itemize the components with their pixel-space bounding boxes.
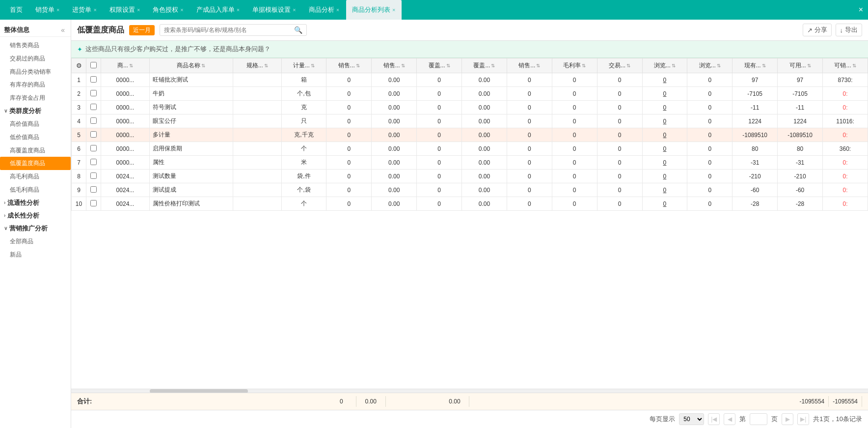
sidebar-section-growth[interactable]: › 成长性分析 (0, 209, 71, 222)
col-sales-amount[interactable]: 销售...⇅ (372, 58, 417, 73)
nav-purchase-order[interactable]: 进货单 × (66, 0, 102, 20)
sidebar-item-category-rate[interactable]: 商品分类动销率 (0, 65, 71, 79)
sidebar-section-liquidity[interactable]: › 流通性分析 (0, 197, 71, 209)
cell-checkbox[interactable] (86, 128, 101, 142)
cell-browse1[interactable]: 0 (642, 197, 687, 211)
settings-icon[interactable]: ⚙ (76, 62, 82, 69)
cell-checkbox[interactable] (86, 142, 101, 156)
col-browse1[interactable]: 浏览...⇅ (642, 58, 687, 73)
cell-checkbox[interactable] (86, 101, 101, 114)
scrollbar-thumb[interactable] (150, 389, 248, 393)
cell-checkbox[interactable] (86, 156, 101, 170)
cell-browse1[interactable]: 0 (642, 114, 687, 128)
cell-browse1[interactable]: 0 (642, 156, 687, 170)
col-cover1[interactable]: 覆盖...⇅ (417, 58, 462, 73)
row-checkbox[interactable] (90, 76, 97, 83)
nav-sales-order-close[interactable]: × (56, 7, 59, 13)
cell-checkbox[interactable] (86, 183, 101, 197)
cell-browse1[interactable]: 0 (642, 101, 687, 114)
sidebar-item-traded-products[interactable]: 交易过的商品 (0, 52, 71, 65)
row-checkbox[interactable] (90, 104, 97, 110)
cell-checkbox[interactable] (86, 197, 101, 211)
select-all-checkbox[interactable] (90, 62, 97, 68)
sidebar-item-high-profit[interactable]: 高毛利商品 (0, 170, 71, 183)
horizontal-scrollbar[interactable] (71, 389, 868, 393)
col-current[interactable]: 现有...⇅ (732, 58, 778, 73)
row-checkbox[interactable] (90, 159, 97, 165)
sidebar-item-low-coverage[interactable]: 低覆盖度商品 (0, 157, 71, 170)
col-browse2[interactable]: 浏览...⇅ (687, 58, 732, 73)
col-sales-count[interactable]: 销售...⇅ (326, 58, 372, 73)
per-page-select[interactable]: 50 100 200 (679, 413, 704, 425)
col-saleable[interactable]: 可销...⇅ (823, 58, 868, 73)
table-container[interactable]: ⚙ 商...⇅ 商品名称⇅ 规格...⇅ 计量...⇅ 销售...⇅ 销售...… (71, 58, 868, 389)
row-checkbox[interactable] (90, 145, 97, 151)
col-profit-rate[interactable]: 毛利率⇅ (552, 58, 597, 73)
nav-role-auth[interactable]: 角色授权 × (147, 0, 189, 20)
nav-product-analysis[interactable]: 商品分析 × (303, 0, 345, 20)
sidebar-item-capital[interactable]: 库存资金占用 (0, 91, 71, 105)
cell-browse1[interactable]: 0 (642, 183, 687, 197)
close-all-tabs[interactable]: × (859, 5, 863, 14)
next-page-btn[interactable]: ▶ (782, 413, 793, 425)
nav-product-analysis-list-close[interactable]: × (392, 7, 395, 13)
nav-sales-order[interactable]: 销货单 × (29, 0, 65, 20)
col-cover2[interactable]: 覆盖...⇅ (462, 58, 507, 73)
first-page-btn[interactable]: |◀ (708, 413, 720, 425)
sidebar-item-low-profit[interactable]: 低毛利商品 (0, 183, 71, 197)
nav-purchase-order-close[interactable]: × (93, 7, 96, 13)
row-checkbox[interactable] (90, 131, 97, 138)
sidebar-item-stocked[interactable]: 有库存的商品 (0, 78, 71, 91)
time-filter-btn[interactable]: 近一月 (129, 25, 155, 35)
sidebar-item-new-products[interactable]: 新品 (0, 248, 71, 261)
col-available[interactable]: 可用...⇅ (778, 58, 823, 73)
col-unit[interactable]: 计量...⇅ (281, 58, 326, 73)
export-btn[interactable]: ↓ 导出 (836, 24, 863, 36)
page-input[interactable]: 1 (750, 413, 767, 425)
nav-home[interactable]: 首页 (4, 0, 28, 20)
nav-template-settings[interactable]: 单据模板设置 × (246, 0, 301, 20)
col-spec[interactable]: 规格...⇅ (233, 58, 281, 73)
row-checkbox[interactable] (90, 186, 97, 193)
nav-permissions[interactable]: 权限设置 × (104, 0, 146, 20)
col-code[interactable]: 商...⇅ (101, 58, 150, 73)
cell-browse1[interactable]: 0 (642, 142, 687, 156)
sidebar-item-all-products[interactable]: 全部商品 (0, 235, 71, 248)
sidebar-item-high-coverage[interactable]: 高覆盖度商品 (0, 144, 71, 157)
nav-finished-goods-close[interactable]: × (237, 7, 240, 13)
nav-role-auth-close[interactable]: × (180, 7, 183, 13)
col-name[interactable]: 商品名称⇅ (149, 58, 233, 73)
share-btn[interactable]: ↗ 分享 (803, 24, 832, 36)
col-sales3[interactable]: 销售...⇅ (507, 58, 552, 73)
cell-checkbox[interactable] (86, 73, 101, 87)
col-trade[interactable]: 交易...⇅ (597, 58, 642, 73)
row-checkbox[interactable] (90, 172, 97, 179)
nav-permissions-close[interactable]: × (137, 7, 140, 13)
col-settings[interactable]: ⚙ (72, 58, 86, 73)
nav-product-analysis-list[interactable]: 商品分析列表 × (346, 0, 401, 20)
cell-browse1[interactable]: 0 (642, 73, 687, 87)
col-checkbox[interactable] (86, 58, 101, 73)
cell-browse1[interactable]: 0 (642, 87, 687, 101)
sidebar-item-high-value[interactable]: 高价值商品 (0, 117, 71, 131)
sidebar-item-low-value[interactable]: 低价值商品 (0, 131, 71, 144)
search-icon[interactable]: 🔍 (294, 26, 302, 34)
sidebar-section-marketing[interactable]: ∨ 营销推广分析 (0, 222, 71, 235)
prev-page-btn[interactable]: ◀ (724, 413, 735, 425)
cell-checkbox[interactable] (86, 87, 101, 101)
sidebar-section-class-analysis[interactable]: ∨ 类群度分析 (0, 105, 71, 117)
cell-checkbox[interactable] (86, 114, 101, 128)
collapse-sidebar-btn[interactable]: « (59, 26, 67, 34)
sidebar-item-sales-products[interactable]: 销售类商品 (0, 39, 71, 52)
last-page-btn[interactable]: ▶| (797, 413, 809, 425)
row-checkbox[interactable] (90, 117, 97, 124)
cell-checkbox[interactable] (86, 170, 101, 183)
nav-product-analysis-close[interactable]: × (336, 7, 339, 13)
nav-finished-goods[interactable]: 产成品入库单 × (190, 0, 245, 20)
cell-browse1[interactable]: 0 (642, 128, 687, 142)
row-checkbox[interactable] (90, 90, 97, 96)
row-checkbox[interactable] (90, 200, 97, 206)
nav-template-settings-close[interactable]: × (293, 7, 296, 13)
cell-browse1[interactable]: 0 (642, 170, 687, 183)
search-input[interactable] (164, 27, 294, 33)
